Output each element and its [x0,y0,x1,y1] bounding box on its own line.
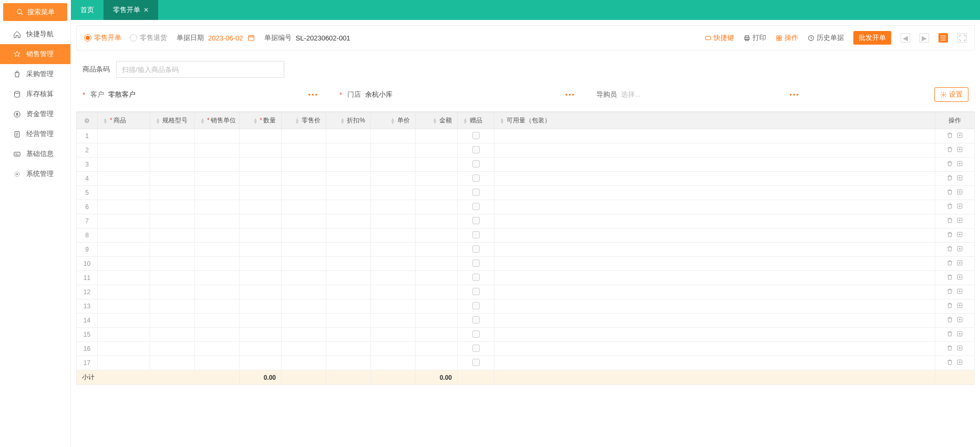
cell-discount[interactable] [326,271,371,285]
cell-price[interactable] [371,356,416,370]
cell-unit[interactable] [195,200,240,214]
next-arrow-button[interactable]: ▶ [920,33,929,43]
sort-icon[interactable]: ▲▼ [390,118,395,124]
checkbox-icon[interactable] [472,330,480,338]
cell-retail[interactable] [282,228,326,243]
cell-discount[interactable] [326,228,371,243]
cell-unit[interactable] [195,186,240,200]
checkbox-icon[interactable] [472,302,480,309]
table-row[interactable]: 2 [77,143,975,158]
add-row-icon[interactable] [956,160,963,167]
cell-amount[interactable] [416,257,458,271]
sort-icon[interactable]: ▲▼ [200,118,205,124]
sidebar-item-basic[interactable]: 基础信息 [0,144,70,164]
sort-icon[interactable]: ▲▼ [253,118,257,124]
cell-product[interactable] [98,243,150,257]
sort-icon[interactable]: ▲▼ [295,118,300,124]
cell-qty[interactable] [240,172,282,186]
cell-qty[interactable] [240,200,282,214]
cell-qty[interactable] [240,228,282,243]
cell-discount[interactable] [326,328,371,342]
add-row-icon[interactable] [956,274,963,280]
customer-lookup-button[interactable]: ••• [308,91,318,99]
cell-spec[interactable] [150,271,195,285]
cell-retail[interactable] [282,299,326,314]
cell-qty[interactable] [240,186,282,200]
cell-unit[interactable] [195,285,240,299]
delete-row-icon[interactable] [946,330,953,337]
shortcut-button[interactable]: 快捷键 [705,33,734,43]
cell-product[interactable] [98,314,150,328]
operate-button[interactable]: 操作 [776,33,798,43]
delete-row-icon[interactable] [946,160,953,167]
cell-spec[interactable] [150,299,195,314]
cell-qty[interactable] [240,214,282,228]
list-view-button[interactable]: ☰ [938,33,948,43]
cell-spec[interactable] [150,186,195,200]
add-row-icon[interactable] [956,359,963,366]
cell-gift[interactable] [458,228,494,243]
delete-row-icon[interactable] [946,274,953,280]
add-row-icon[interactable] [956,146,963,153]
cell-discount[interactable] [326,129,371,143]
cell-unit[interactable] [195,228,240,243]
table-row[interactable]: 16 [77,342,975,356]
checkbox-icon[interactable] [472,316,480,324]
checkbox-icon[interactable] [472,245,480,253]
delete-row-icon[interactable] [946,231,953,238]
cell-gift[interactable] [458,299,494,314]
table-row[interactable]: 9 [77,243,975,257]
cell-discount[interactable] [326,200,371,214]
cell-retail[interactable] [282,158,326,172]
table-row[interactable]: 3 [77,158,975,172]
bulk-order-button[interactable]: 批发开单 [853,31,891,45]
cell-spec[interactable] [150,285,195,299]
cell-discount[interactable] [326,299,371,314]
customer-value[interactable]: 零散客户 [108,90,136,99]
cell-product[interactable] [98,356,150,370]
checkbox-icon[interactable] [472,203,480,210]
radio-retail-create[interactable]: 零售开单 [84,33,121,43]
cell-retail[interactable] [282,314,326,328]
cell-available[interactable] [494,172,935,186]
sidebar-item-quicknav[interactable]: 快捷导航 [0,24,70,44]
checkbox-icon[interactable] [472,259,480,267]
cell-product[interactable] [98,342,150,356]
cell-retail[interactable] [282,243,326,257]
barcode-input[interactable] [116,61,284,78]
cell-amount[interactable] [416,299,458,314]
table-row[interactable]: 10 [77,257,975,271]
table-row[interactable]: 12 [77,285,975,299]
sort-icon[interactable]: ▲▼ [500,118,504,124]
cell-available[interactable] [494,271,935,285]
cell-product[interactable] [98,228,150,243]
delete-row-icon[interactable] [946,302,953,309]
cell-gift[interactable] [458,243,494,257]
cell-amount[interactable] [416,342,458,356]
sidebar-item-system[interactable]: 系统管理 [0,164,70,184]
cell-available[interactable] [494,214,935,228]
cell-amount[interactable] [416,356,458,370]
cell-gift[interactable] [458,200,494,214]
add-row-icon[interactable] [956,288,963,295]
cell-retail[interactable] [282,129,326,143]
cell-qty[interactable] [240,328,282,342]
add-row-icon[interactable] [956,330,963,337]
cell-product[interactable] [98,172,150,186]
cell-amount[interactable] [416,172,458,186]
cell-discount[interactable] [326,158,371,172]
cell-amount[interactable] [416,186,458,200]
delete-row-icon[interactable] [946,146,953,153]
cell-amount[interactable] [416,285,458,299]
add-row-icon[interactable] [956,174,963,181]
add-row-icon[interactable] [956,189,963,195]
cell-unit[interactable] [195,342,240,356]
cell-retail[interactable] [282,200,326,214]
cell-spec[interactable] [150,129,195,143]
sidebar-item-finance[interactable]: 资金管理 [0,104,70,124]
cell-spec[interactable] [150,342,195,356]
checkbox-icon[interactable] [472,345,480,352]
cell-available[interactable] [494,342,935,356]
cell-product[interactable] [98,143,150,158]
cell-gift[interactable] [458,172,494,186]
